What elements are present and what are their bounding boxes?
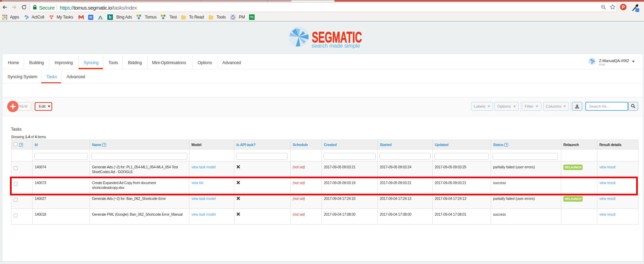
svg-text:search made simple: search made simple <box>312 43 360 49</box>
